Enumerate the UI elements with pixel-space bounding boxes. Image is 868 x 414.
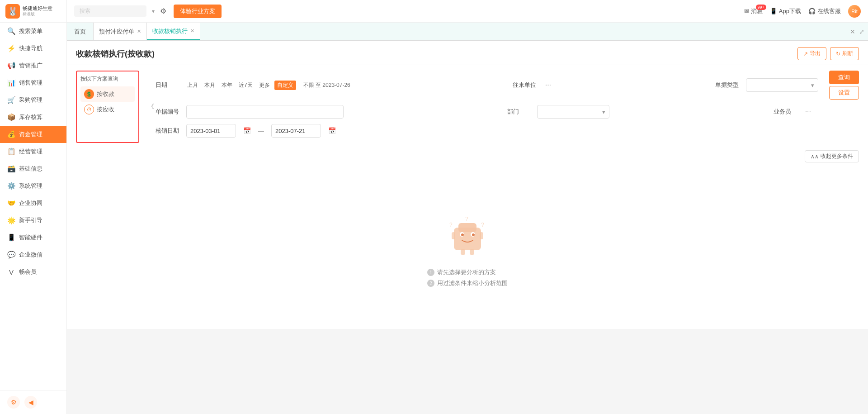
date-custom[interactable]: 自定义 [274, 81, 296, 90]
message-button[interactable]: ✉ 消息 99+ [744, 7, 763, 15]
finance-icon: 💰 [7, 130, 15, 138]
sidebar-item-smart-hw[interactable]: 📱智能硬件 [0, 229, 66, 246]
operations-icon: 📋 [7, 148, 15, 156]
date-last-month[interactable]: 上月 [185, 81, 200, 90]
filter-by-receipt-label: 按收款 [97, 90, 114, 98]
header-chevron-icon[interactable]: ▾ [152, 8, 155, 14]
tab-receipt-verify-close-icon[interactable]: ✕ [190, 28, 194, 34]
svg-rect-7 [480, 232, 483, 239]
refresh-button[interactable]: ↻ 刷新 [830, 47, 859, 60]
export-button[interactable]: ↗ 导出 [797, 47, 826, 60]
date-label: 日期 [156, 81, 178, 89]
empty-tip-1: 1 请先选择要分析的方案 [427, 268, 508, 276]
system-icon: ⚙️ [7, 182, 15, 190]
main-area: 搜索 ▾ ⚙ 体验行业方案 ✉ 消息 99+ 📱 App下载 🎧 在线客服 Ri… [67, 0, 868, 414]
filter-sidebar: 按以下方案查询 💲 按收款 ⏱ 按应收 [76, 71, 139, 143]
tab-prepay-close-icon[interactable]: ✕ [137, 29, 141, 34]
filter-option-by-receivable[interactable]: ⏱ 按应收 [80, 102, 135, 117]
purchase-icon: 🛒 [7, 96, 15, 104]
sales-icon: 📊 [7, 79, 15, 87]
query-button[interactable]: 查询 [829, 71, 859, 84]
date-range-text: 不限 至 2023-07-26 [303, 81, 350, 89]
sidebar-item-operations[interactable]: 📋经营管理 [0, 143, 66, 160]
collapse-more-button[interactable]: ∧∧ 收起更多条件 [805, 150, 859, 162]
sidebar-item-finance[interactable]: 💰资金管理 [0, 126, 66, 143]
member-icon: V [7, 268, 15, 276]
doc-type-select[interactable]: ▾ [746, 78, 818, 92]
header-right: ✉ 消息 99+ 📱 App下载 🎧 在线客服 Rit [744, 5, 861, 18]
sidebar-label-enterprise: 企业协同 [19, 199, 42, 207]
sidebar-item-wechat[interactable]: 💬企业微信 [0, 246, 66, 263]
headset-icon: 🎧 [808, 8, 816, 14]
empty-tips-list: 1 请先选择要分析的方案 2 用过滤条件来缩小分析范围 [427, 268, 508, 290]
filter-option-by-receipt[interactable]: 💲 按收款 [80, 86, 135, 102]
date-shortcuts: 上月 本月 本年 近7天 更多 自定义 [185, 81, 296, 90]
sidebar-label-inventory: 库存核算 [19, 113, 42, 121]
department-select[interactable]: ▾ [537, 105, 609, 119]
collapse-up-icon: ∧∧ [811, 153, 819, 160]
tab-close-window-icon[interactable]: ✕ [850, 28, 855, 35]
sidebar-bottom: ⚙ ◀ [0, 390, 66, 414]
app-download-button[interactable]: 📱 App下载 [770, 7, 801, 15]
wechat-icon: 💬 [7, 251, 15, 259]
sidebar-item-system[interactable]: ⚙️系统管理 [0, 177, 66, 195]
sidebar-label-finance: 资金管理 [19, 130, 42, 138]
collapse-sidebar-icon[interactable]: ◀ [24, 396, 37, 409]
doc-number-input[interactable] [186, 105, 344, 119]
home-tab-label: 首页 [74, 28, 86, 36]
tab-prepay[interactable]: 预付冲应付单 ✕ [94, 23, 147, 40]
setting-button[interactable]: 设置 [829, 86, 859, 100]
sidebar-label-member: 畅会员 [19, 268, 37, 276]
filter-panel: 按以下方案查询 💲 按收款 ⏱ 按应收 《 日期 [67, 65, 868, 148]
svg-point-5 [472, 233, 475, 236]
inventory-icon: 📦 [7, 113, 15, 121]
sidebar-item-newbie[interactable]: 🌟新手引导 [0, 212, 66, 229]
sidebar-item-inventory[interactable]: 📦库存核算 [0, 109, 66, 126]
page-title-bar: 收款核销执行(按收款) ↗ 导出 ↻ 刷新 [67, 41, 868, 65]
date-7days[interactable]: 近7天 [237, 81, 255, 90]
svg-rect-9 [470, 249, 474, 255]
sidebar-item-sales[interactable]: 📊销售管理 [0, 74, 66, 91]
page-title: 收款核销执行(按收款) [76, 48, 155, 59]
sidebar-label-wechat: 企业微信 [19, 251, 42, 259]
tab-receipt-verify[interactable]: 收款核销执行 ✕ [147, 23, 200, 40]
sidebar-item-quick-nav[interactable]: ⚡快捷导航 [0, 40, 66, 57]
verify-date-end-calendar-icon[interactable]: 📅 [328, 127, 336, 134]
date-more[interactable]: 更多 [257, 81, 272, 90]
page-inner: 收款核销执行(按收款) ↗ 导出 ↻ 刷新 按以下方案查询 [67, 41, 868, 329]
settings-bottom-icon[interactable]: ⚙ [7, 396, 20, 409]
form-row-1: 日期 上月 本月 本年 近7天 更多 自定义 不限 至 2023-07-26 [156, 71, 859, 100]
sidebar-item-member[interactable]: V畅会员 [0, 263, 66, 281]
sidebar-item-purchase[interactable]: 🛒采购管理 [0, 91, 66, 109]
page-content: 收款核销执行(按收款) ↗ 导出 ↻ 刷新 按以下方案查询 [67, 41, 868, 414]
sidebar-nav: 🔍搜索菜单⚡快捷导航📢营销推广📊销售管理🛒采购管理📦库存核算💰资金管理📋经营管理… [0, 23, 66, 390]
salesman-ellipsis[interactable]: ··· [803, 108, 813, 116]
sidebar-label-search-menu: 搜索菜单 [19, 27, 42, 35]
header-search[interactable]: 搜索 [74, 5, 146, 17]
tab-maximize-icon[interactable]: ⤢ [859, 28, 864, 35]
industry-solution-button[interactable]: 体验行业方案 [174, 5, 222, 18]
filter-collapse-arrow[interactable]: 《 [146, 71, 156, 143]
online-service-button[interactable]: 🎧 在线客服 [808, 7, 841, 15]
sidebar-item-enterprise[interactable]: 🤝企业协同 [0, 195, 66, 212]
verify-date-start-input[interactable] [186, 124, 236, 138]
doc-type-label: 单据类型 [715, 81, 739, 89]
search-placeholder-text: 搜索 [80, 8, 90, 14]
sidebar-item-search-menu[interactable]: 🔍搜索菜单 [0, 23, 66, 40]
sidebar-item-basic-info[interactable]: 🗃️基础信息 [0, 160, 66, 177]
user-avatar[interactable]: Rit [848, 5, 861, 18]
sidebar-label-basic-info: 基础信息 [19, 165, 42, 173]
verify-date-end-input[interactable] [271, 124, 321, 138]
counterpart-ellipsis[interactable]: ··· [543, 81, 553, 89]
date-this-year[interactable]: 本年 [220, 81, 234, 90]
verify-date-start-calendar-icon[interactable]: 📅 [243, 127, 251, 134]
collapse-more-bar: ∧∧ 收起更多条件 [67, 148, 868, 166]
header-gear-icon[interactable]: ⚙ [160, 7, 166, 15]
sidebar-item-marketing[interactable]: 📢营销推广 [0, 57, 66, 74]
date-this-month[interactable]: 本月 [203, 81, 217, 90]
empty-illustration: ? ? ? [445, 214, 490, 259]
svg-rect-1 [458, 223, 476, 232]
tab-bar: 首页 预付冲应付单 ✕ 收款核销执行 ✕ ✕ ⤢ [67, 23, 868, 41]
tab-home[interactable]: 首页 [67, 23, 94, 40]
sidebar-label-smart-hw: 智能硬件 [19, 233, 42, 242]
